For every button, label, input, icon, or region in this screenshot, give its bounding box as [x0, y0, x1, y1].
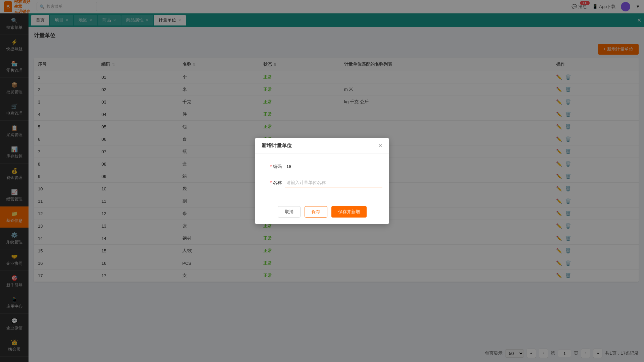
cancel-button[interactable]: 取消 [278, 206, 301, 218]
code-label: 编码 [262, 164, 282, 170]
modal-close-button[interactable]: ✕ [378, 142, 382, 149]
modal-title: 新增计量单位 [262, 142, 292, 149]
form-row-code: 编码 [262, 162, 382, 171]
save-button[interactable]: 保存 [305, 206, 327, 218]
code-input[interactable] [285, 162, 382, 171]
modal-overlay: 新增计量单位 ✕ 编码 名称 取消 保存 保存并新增 [0, 0, 644, 362]
modal-footer: 取消 保存 保存并新增 [255, 202, 389, 224]
modal-header: 新增计量单位 ✕ [255, 138, 389, 154]
name-input[interactable] [285, 178, 382, 187]
form-row-name: 名称 [262, 178, 382, 187]
name-label: 名称 [262, 180, 282, 186]
add-unit-modal: 新增计量单位 ✕ 编码 名称 取消 保存 保存并新增 [255, 138, 389, 224]
modal-body: 编码 名称 [255, 154, 389, 202]
save-and-new-button[interactable]: 保存并新增 [331, 206, 367, 218]
